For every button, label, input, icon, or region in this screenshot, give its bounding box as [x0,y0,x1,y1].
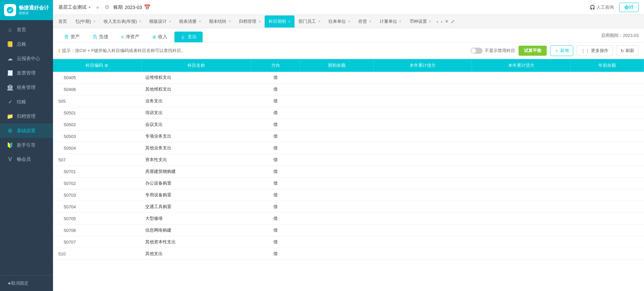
cell-code: 50501 [53,107,141,119]
tab-currency[interactable]: 币种设置 × [406,15,435,28]
help-btn[interactable]: 🎧 人工咨询 [590,4,614,10]
subtab-income2[interactable]: ⊕ 收入 [147,32,173,42]
tab-unit-close[interactable]: × [399,19,401,24]
cell-name: 其他支出 [141,248,251,260]
sidebar-item-member[interactable]: V畅会员 [0,152,53,166]
table-row[interactable]: 50704 交通工具购置 借 [53,201,644,213]
settings-icon[interactable]: ⚙ [105,4,109,10]
table-row[interactable]: 50707 其他资本性支出 借 [53,236,644,248]
sidebar-item-guide[interactable]: 🔰新手引导 [0,138,53,152]
sidebar-item-label: 基础设置 [17,128,36,134]
tab-template-label: 模版设计 [149,18,167,25]
tab-stock-close[interactable]: × [369,19,371,24]
table-row[interactable]: 50702 办公设备购置 借 [53,178,644,189]
sidebar-item-archive[interactable]: 📁归档管理 [0,109,53,124]
sidebar-item-home[interactable]: ⌂首页 [0,23,53,37]
tab-customer[interactable]: 往来单位 × [324,15,354,28]
sidebar-collapse-btn[interactable]: ◄取消固定 [0,275,53,291]
tab-yearend-close[interactable]: × [228,19,231,24]
sidebar-item-ledger[interactable]: 📒总账 [0,37,53,51]
cell-name: 专项业务支出 [141,131,251,142]
tab-scroll-right[interactable]: › [439,19,444,24]
tab-home[interactable]: 首页 [54,15,71,28]
tab-customer-close[interactable]: × [348,19,350,24]
more-button[interactable]: ⋮⋮ 更多操作 [577,45,613,56]
subtab-netasset[interactable]: ≡ 净资产 [115,32,145,42]
cell-ytd-credit [472,119,570,131]
cell-direction: 借 [251,119,300,131]
cell-ytd-credit [472,84,570,95]
subtab-liability[interactable]: 负 负债 [87,32,114,42]
table-row[interactable]: 50703 专用设备购置 借 [53,189,644,201]
tab-interim[interactable]: 乜(中期) × [71,15,100,28]
table-row[interactable]: 50503 专项业务支出 借 [53,131,644,142]
tab-currency-close[interactable]: × [429,19,431,24]
table-row[interactable]: 50406 其他维权支出 借 [53,84,644,95]
table-row[interactable]: 50502 会议支出 借 [53,119,644,131]
more-label: 更多操作 [591,48,608,54]
tab-archivemgmt[interactable]: 归档管理 × [235,15,265,28]
calendar-icon[interactable]: 📅 [144,4,151,10]
tab-income-close[interactable]: × [139,19,141,24]
cell-ytd-credit [472,142,570,154]
tab-home-label: 首页 [58,18,67,25]
tab-unit[interactable]: 计量单位 × [376,15,406,28]
tab-interim-close[interactable]: × [93,19,96,24]
account-button[interactable]: 会计 [619,3,639,12]
tab-yearend-label: 期末结转 [209,18,226,25]
sidebar-item-invoice[interactable]: 🧾发票管理 [0,66,53,80]
sidebar-item-tax[interactable]: 🏦税务管理 [0,80,53,95]
sidebar-item-reports[interactable]: ☁云报表中心 [0,51,53,66]
tab-stock[interactable]: 存货 × [354,15,375,28]
tab-department-close[interactable]: × [318,19,320,24]
tab-archivemgmt-close[interactable]: × [258,19,261,24]
add-tab-icon[interactable]: ＋ [95,3,101,11]
table-row[interactable]: 50501 培训支出 借 [53,107,644,119]
tab-expand[interactable]: ⤢ [449,19,456,24]
cell-ytd-credit [472,72,570,84]
app-subtitle: 旗舰版 [19,11,49,15]
tab-yearend[interactable]: 期末结转 × [205,15,235,28]
cell-direction: 借 [251,248,300,260]
tab-income[interactable]: 收入支出表(年报) × [100,15,146,28]
refresh-button[interactable]: ↻ 刷新 [616,45,639,56]
table-row[interactable]: 507 资本性支出 借 [53,154,644,166]
cell-direction: 借 [251,236,300,248]
cell-ytd-debit [373,178,472,189]
cell-yob [570,142,644,154]
tab-template[interactable]: 模版设计 × [145,15,175,28]
subjects-table: 科目编码 ⚙ 科目名称 方向 期初余额 本年累计借方 本年累计贷方 年初余额 5 [53,59,644,260]
sidebar-item-settle[interactable]: ✓结账 [0,95,53,109]
cell-opening [300,166,373,178]
cell-ytd-credit [472,107,570,119]
table-row[interactable]: 50701 房屋建筑物购建 借 [53,166,644,178]
tab-department[interactable]: 部门员工 × [294,15,324,28]
tab-subjectinit-close[interactable]: × [288,19,290,24]
subtab-asset[interactable]: 资 资产 [58,32,86,42]
tab-taxclear-close[interactable]: × [199,19,201,24]
col-ytd-credit: 本年累计贷方 [472,59,570,72]
table-row[interactable]: 50405 运维维权支出 借 [53,72,644,84]
sidebar-item-settings[interactable]: ⚙基础设置 [0,124,53,138]
balance-button[interactable]: 试算平衡 [519,46,547,56]
table-row[interactable]: 50504 其他业务支出 借 [53,142,644,154]
cell-ytd-debit [373,84,472,95]
cell-direction: 借 [251,84,300,95]
table-row[interactable]: 505 业务支出 借 [53,95,644,107]
table-row[interactable]: 510 其他支出 借 [53,248,644,260]
table-row[interactable]: 50706 信息网络购建 借 [53,225,644,236]
toggle-disable-switch[interactable]: 不显示禁用科目 [471,48,515,54]
cell-ytd-debit [373,72,472,84]
tab-taxclear[interactable]: 税表清册 × [175,15,205,28]
gear-icon[interactable]: ⚙ [104,63,108,68]
project-selector[interactable]: 基层工会测试 ▾ [58,4,91,10]
add-button[interactable]: ＋ 新增 [550,45,573,56]
tab-subjectinit[interactable]: 科目期初 × [265,15,294,28]
tab-close-all[interactable]: × [444,18,449,25]
tab-template-close[interactable]: × [169,19,171,24]
subtab-expense[interactable]: 💧 支出 [174,32,203,42]
toggle-control[interactable] [471,48,483,54]
table-row[interactable]: 50705 大型修缮 借 [53,213,644,225]
cell-ytd-debit [373,225,472,236]
tab-scroll-left[interactable]: ‹ [435,19,440,24]
